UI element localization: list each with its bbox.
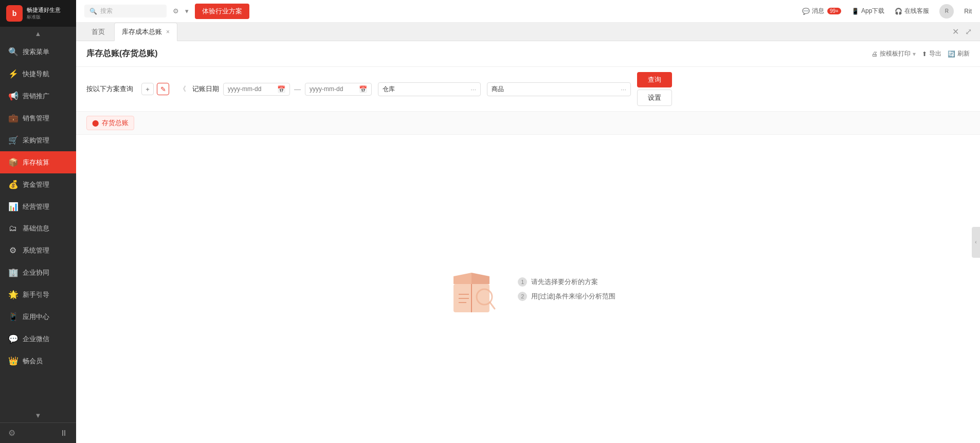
sidebar-label-apps: 应用中心 xyxy=(23,312,49,322)
empty-text-list: 1 请先选择要分析的方案 2 用[过滤]条件来缩小分析范围 xyxy=(518,277,615,301)
scroll-up-btn[interactable]: ▲ xyxy=(0,27,76,41)
sidebar-item-wechat[interactable]: 💬 企业微信 xyxy=(0,328,76,350)
filter-label: 按以下方案查询 xyxy=(86,84,133,94)
enterprise-icon: 🏢 xyxy=(8,268,17,277)
sub-filter-item-inventory[interactable]: ⬤ 存货总账 xyxy=(86,116,134,130)
sidebar-label-purchase: 采购管理 xyxy=(23,136,49,145)
date-end-field[interactable] xyxy=(310,85,356,93)
sidebar-label-search: 搜索菜单 xyxy=(23,47,49,57)
sidebar-label-operations: 经营管理 xyxy=(23,202,49,211)
calendar-start-icon[interactable]: 📅 xyxy=(277,85,285,93)
scroll-down-btn[interactable]: ▼ xyxy=(0,409,76,422)
topbar: 🔍 搜索 ⚙ ▾ 体验行业方案 💬 消息 99+ 📱 App下载 🎧 在线客服 … xyxy=(76,0,980,23)
date-filter-group: 记账日期 📅 — 📅 xyxy=(192,83,372,96)
calendar-end-icon[interactable]: 📅 xyxy=(359,85,367,93)
sub-filter-bar: ⬤ 存货总账 xyxy=(76,112,980,135)
warehouse-more-icon: ··· xyxy=(470,85,476,93)
sidebar-item-member[interactable]: 👑 畅会员 xyxy=(0,350,76,372)
tab-home-label: 首页 xyxy=(92,27,105,37)
warehouse-select[interactable]: 仓库 ··· xyxy=(378,82,481,96)
member-icon: 👑 xyxy=(8,356,17,366)
refresh-icon: 🔄 xyxy=(948,50,955,58)
industry-btn[interactable]: 体验行业方案 xyxy=(195,4,249,19)
sidebar-label-inventory: 库存核算 xyxy=(23,158,49,167)
right-panel-toggle[interactable]: ‹ xyxy=(972,227,980,258)
svg-marker-1 xyxy=(453,273,471,284)
sidebar-label-marketing: 营销推广 xyxy=(23,92,49,101)
sidebar-item-inventory[interactable]: 📦 库存核算 xyxy=(0,151,76,173)
topbar-gear-icon[interactable]: ⚙ xyxy=(173,7,179,15)
topbar-dropdown-icon[interactable]: ▾ xyxy=(185,7,189,15)
empty-illustration xyxy=(441,258,502,320)
export-icon: ⬆ xyxy=(922,50,927,58)
date-start-input[interactable]: 📅 xyxy=(223,83,290,96)
sidebar-item-enterprise[interactable]: 🏢 企业协同 xyxy=(0,261,76,283)
sidebar-label-wechat: 企业微信 xyxy=(23,334,49,344)
goods-more-icon: ··· xyxy=(621,85,626,93)
content-area: 库存总账(存货总账) 🖨 按模板打印 ▾ ⬆ 导出 🔄 刷新 按以下方案查询 xyxy=(76,41,980,443)
sidebar-item-finance[interactable]: 💰 资金管理 xyxy=(0,173,76,196)
sidebar-label-guide: 新手引导 xyxy=(23,290,49,299)
sidebar-item-shortcut[interactable]: ⚡ 快捷导航 xyxy=(0,63,76,85)
step-num-2: 2 xyxy=(518,292,527,301)
finance-icon: 💰 xyxy=(8,180,17,189)
online-service-action[interactable]: 🎧 在线客服 xyxy=(895,7,929,15)
tab-close-btn[interactable]: × xyxy=(166,28,170,36)
user-avatar[interactable]: R xyxy=(939,4,954,19)
headset-icon: 🎧 xyxy=(895,8,902,15)
search-icon: 🔍 xyxy=(8,47,17,57)
sidebar-item-system[interactable]: ⚙ 系统管理 xyxy=(0,239,76,261)
svg-marker-2 xyxy=(471,273,489,284)
export-btn[interactable]: ⬆ 导出 xyxy=(922,49,941,58)
app-version: 标准版 xyxy=(27,14,61,21)
app-download-label: App下载 xyxy=(861,7,884,15)
tab-home[interactable]: 首页 xyxy=(84,23,112,41)
sidebar-label-member: 畅会员 xyxy=(23,357,43,366)
topbar-search[interactable]: 🔍 搜索 xyxy=(84,5,167,17)
tab-inventory-ledger[interactable]: 库存成本总账 × xyxy=(114,23,177,41)
tab-active-label: 库存成本总账 xyxy=(122,27,162,37)
app-name: 畅捷通好生意 xyxy=(27,6,61,14)
refresh-btn[interactable]: 🔄 刷新 xyxy=(948,49,970,58)
message-action[interactable]: 💬 消息 99+ xyxy=(802,7,841,15)
date-start-field[interactable] xyxy=(228,85,274,93)
guide-icon: 🌟 xyxy=(8,290,17,299)
step-1-text: 请先选择要分析的方案 xyxy=(531,277,598,287)
sidebar-item-sales[interactable]: 💼 销售管理 xyxy=(0,107,76,129)
purchase-icon: 🛒 xyxy=(8,135,17,145)
print-btn[interactable]: 🖨 按模板打印 ▾ xyxy=(872,49,916,58)
sidebar-item-basic[interactable]: 🗂 基础信息 xyxy=(0,218,76,239)
search-placeholder: 搜索 xyxy=(100,7,113,15)
topbar-actions: 💬 消息 99+ 📱 App下载 🎧 在线客服 R Rit xyxy=(802,4,972,19)
filter-add-btn[interactable]: + xyxy=(141,83,154,95)
sidebar-item-operations[interactable]: 📊 经营管理 xyxy=(0,196,76,218)
sidebar-item-purchase[interactable]: 🛒 采购管理 xyxy=(0,129,76,151)
panel-close-btn[interactable]: ✕ xyxy=(952,27,959,37)
goods-select[interactable]: 商品 ··· xyxy=(487,82,631,96)
settings-icon[interactable]: ⚙ xyxy=(8,428,15,438)
collapse-icon[interactable]: ⏸ xyxy=(60,429,68,438)
message-icon: 💬 xyxy=(802,8,810,15)
sidebar-label-enterprise: 企业协同 xyxy=(23,268,49,277)
header-actions: 🖨 按模板打印 ▾ ⬆ 导出 🔄 刷新 xyxy=(872,49,970,58)
main-area: 🔍 搜索 ⚙ ▾ 体验行业方案 💬 消息 99+ 📱 App下载 🎧 在线客服 … xyxy=(76,0,980,443)
print-dropdown-icon[interactable]: ▾ xyxy=(913,50,916,58)
app-logo: b 畅捷通好生意 标准版 xyxy=(0,0,76,27)
query-btn[interactable]: 查询 xyxy=(637,72,672,87)
date-end-input[interactable]: 📅 xyxy=(305,83,372,96)
sidebar-item-guide[interactable]: 🌟 新手引导 xyxy=(0,283,76,306)
sidebar-item-apps[interactable]: 📱 应用中心 xyxy=(0,306,76,328)
sidebar-nav: 🔍 搜索菜单⚡ 快捷导航📢 营销推广💼 销售管理🛒 采购管理📦 库存核算💰 资金… xyxy=(0,41,76,409)
filter-collapse-btn[interactable]: 《 xyxy=(179,84,186,94)
filter-bar: 按以下方案查询 + ✎ 《 记账日期 📅 — 📅 xyxy=(76,67,980,112)
filter-edit-btn[interactable]: ✎ xyxy=(157,83,169,95)
basic-icon: 🗂 xyxy=(8,224,17,233)
settings-btn[interactable]: 设置 xyxy=(637,90,672,106)
panel-expand-icon[interactable]: ⤢ xyxy=(965,27,972,37)
user-name[interactable]: Rit xyxy=(964,8,972,15)
app-download-action[interactable]: 📱 App下载 xyxy=(851,7,884,15)
goods-label: 商品 xyxy=(492,85,504,94)
marketing-icon: 📢 xyxy=(8,91,17,101)
sidebar-item-search[interactable]: 🔍 搜索菜单 xyxy=(0,41,76,63)
sidebar-item-marketing[interactable]: 📢 营销推广 xyxy=(0,85,76,107)
